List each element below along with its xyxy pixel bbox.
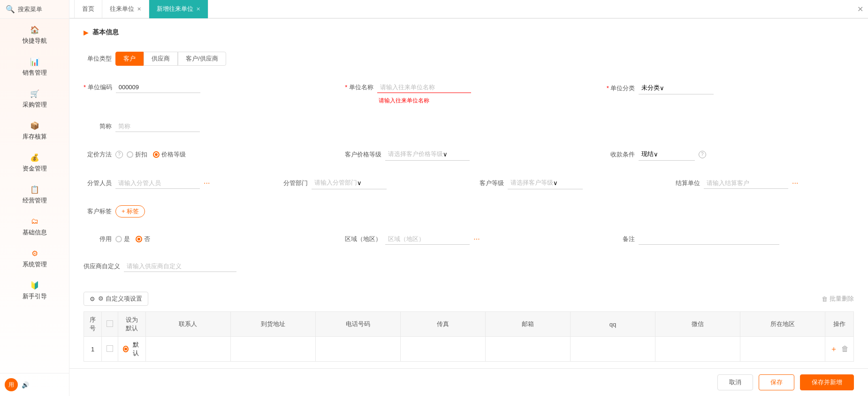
unit-code-input[interactable] xyxy=(116,82,200,93)
disabled-no-circle xyxy=(136,236,142,242)
row-fax-input[interactable] xyxy=(405,344,480,355)
sidebar-item-inventory[interactable]: 📦 库存核算 xyxy=(0,115,69,147)
unit-code-group: 单位编码 xyxy=(84,82,331,93)
window-close-button[interactable]: ✕ xyxy=(857,5,863,14)
cancel-button[interactable]: 取消 xyxy=(717,374,753,390)
add-tag-button[interactable]: + 标签 xyxy=(115,205,145,217)
row-fax[interactable] xyxy=(400,337,485,362)
sidebar-item-purchase[interactable]: 🛒 采购管理 xyxy=(0,83,69,115)
manager-row: 分管人员 ··· 分管部门 请输入分管部门 ∨ 客户等级 请选择客户等级 ∨ xyxy=(84,177,854,189)
unit-name-group: 单位名称 请输入往来单位名称 xyxy=(345,82,592,105)
settlement-group: 结算单位 ··· xyxy=(672,178,854,189)
row-index: 1 xyxy=(84,337,102,362)
settlement-input[interactable] xyxy=(704,178,788,189)
row-address-input[interactable] xyxy=(236,344,311,355)
sidebar-item-label: 经营管理 xyxy=(23,196,47,205)
unit-name-error: 请输入往来单位名称 xyxy=(379,97,429,104)
save-button[interactable]: 保存 xyxy=(759,374,794,390)
row-checkbox[interactable] xyxy=(107,345,113,352)
row-phone[interactable] xyxy=(315,337,400,362)
sidebar-item-label: 基础信息 xyxy=(23,228,47,237)
main: 首页 往来单位 ✕ 新增往来单位 ✕ ✕ ▶ 基本信息 单位类型 客户 供应商 … xyxy=(69,0,868,396)
sidebar-item-guide[interactable]: 🔰 新手引导 xyxy=(0,274,69,306)
sidebar-item-label: 快捷导航 xyxy=(23,37,47,45)
unit-btn-supplier[interactable]: 供应商 xyxy=(144,52,178,66)
unit-type-group-container: 单位类型 客户 供应商 客户/供应商 xyxy=(84,52,854,66)
sidebar-search[interactable]: 🔍 搜索菜单 xyxy=(0,0,69,19)
price-level-group: 客户价格等级 请选择客户价格等级 ∨ xyxy=(345,148,592,161)
row-email[interactable] xyxy=(485,337,570,362)
tab-add-partner[interactable]: 新增往来单位 ✕ xyxy=(149,0,208,18)
tab-home[interactable]: 首页 xyxy=(74,0,102,18)
tag-group: 客户标签 + 标签 xyxy=(84,205,854,217)
row-default-label: 默认 xyxy=(130,341,141,357)
price-level-select[interactable]: 请选择客户价格等级 ∨ xyxy=(385,148,470,161)
sidebar-item-sales[interactable]: 📊 销售管理 xyxy=(0,51,69,83)
row-delete-button[interactable]: 🗑 xyxy=(841,345,849,353)
col-email: 邮箱 xyxy=(485,312,570,337)
region-input[interactable] xyxy=(385,233,470,245)
save-and-add-button[interactable]: 保存并新增 xyxy=(800,374,854,390)
customer-level-select[interactable]: 请选择客户等级 ∨ xyxy=(508,177,583,189)
disabled-yes-radio[interactable]: 是 xyxy=(115,235,130,243)
sidebar-item-quick-nav[interactable]: 🏠 快捷导航 xyxy=(0,19,69,51)
row-qq[interactable] xyxy=(570,337,655,362)
pricing-discount-radio[interactable]: 折扣 xyxy=(127,150,147,159)
unit-category-select[interactable]: 未分类 ∨ xyxy=(639,82,714,94)
pricing-level-label: 价格等级 xyxy=(161,150,186,159)
supplier-custom-input[interactable] xyxy=(124,261,236,272)
row-default-radio[interactable] xyxy=(123,346,129,352)
pricing-help-icon[interactable]: ? xyxy=(115,151,123,158)
sidebar-item-basic[interactable]: 🗂 基础信息 xyxy=(0,210,69,242)
row-wechat[interactable] xyxy=(655,337,740,362)
manager-group: 分管人员 ··· xyxy=(84,178,266,189)
settlement-label: 结算单位 xyxy=(672,179,700,187)
col-wechat: 微信 xyxy=(655,312,740,337)
region-more-btn[interactable]: ··· xyxy=(473,235,480,243)
row-region[interactable] xyxy=(740,337,825,362)
tag-label: 客户标签 xyxy=(84,207,112,216)
row-add-button[interactable]: ＋ xyxy=(830,344,838,354)
row-region-input[interactable] xyxy=(745,344,820,355)
remark-input[interactable] xyxy=(639,233,779,245)
row-contact-input[interactable] xyxy=(151,344,226,355)
sidebar-item-operations[interactable]: 📋 经营管理 xyxy=(0,179,69,210)
custom-settings-button[interactable]: ⚙ ⚙ 自定义项设置 xyxy=(84,292,148,306)
pricing-level-radio[interactable]: 价格等级 xyxy=(153,150,186,159)
row-email-input[interactable] xyxy=(490,344,565,355)
unit-btn-both[interactable]: 客户/供应商 xyxy=(178,52,226,66)
tab-add-partner-close[interactable]: ✕ xyxy=(196,6,200,12)
department-select[interactable]: 请输入分管部门 ∨ xyxy=(312,177,387,189)
sidebar-volume-icon[interactable]: 🔊 xyxy=(22,381,29,388)
unit-name-input[interactable] xyxy=(377,82,471,93)
manager-label: 分管人员 xyxy=(84,179,112,187)
tab-partner-list-label: 往来单位 xyxy=(110,5,134,13)
customer-level-label: 客户等级 xyxy=(476,179,504,187)
payment-terms-help-icon[interactable]: ? xyxy=(699,151,706,158)
row-qq-input[interactable] xyxy=(575,344,650,355)
sidebar-item-finance[interactable]: 💰 资金管理 xyxy=(0,147,69,179)
row-phone-input[interactable] xyxy=(320,344,396,355)
payment-terms-select[interactable]: 现结 ∨ xyxy=(639,148,695,161)
row-address[interactable] xyxy=(230,337,315,362)
settlement-more-btn[interactable]: ··· xyxy=(792,179,798,187)
row-wechat-input[interactable] xyxy=(660,344,735,355)
short-name-input[interactable] xyxy=(115,121,200,132)
tab-partner-list-close[interactable]: ✕ xyxy=(137,6,141,12)
batch-delete-button[interactable]: 🗑 批量删除 xyxy=(822,295,854,303)
manager-more-btn[interactable]: ··· xyxy=(204,179,210,187)
tab-partner-list[interactable]: 往来单位 ✕ xyxy=(102,0,149,18)
sidebar-item-label: 系统管理 xyxy=(23,260,47,269)
select-all-checkbox[interactable] xyxy=(107,320,113,327)
disabled-no-radio[interactable]: 否 xyxy=(136,235,150,243)
pricing-discount-circle xyxy=(127,151,133,158)
customer-level-chevron-icon: ∨ xyxy=(553,179,558,186)
custom-settings-label: ⚙ 自定义项设置 xyxy=(98,295,142,303)
price-level-chevron-icon: ∨ xyxy=(443,151,448,158)
row-contact[interactable] xyxy=(145,337,230,362)
sidebar-item-system[interactable]: ⚙ 系统管理 xyxy=(0,242,69,274)
unit-type-label: 单位类型 xyxy=(84,54,112,63)
unit-btn-customer[interactable]: 客户 xyxy=(115,52,144,66)
manager-input[interactable] xyxy=(115,178,200,189)
sidebar-item-label: 资金管理 xyxy=(23,164,47,173)
